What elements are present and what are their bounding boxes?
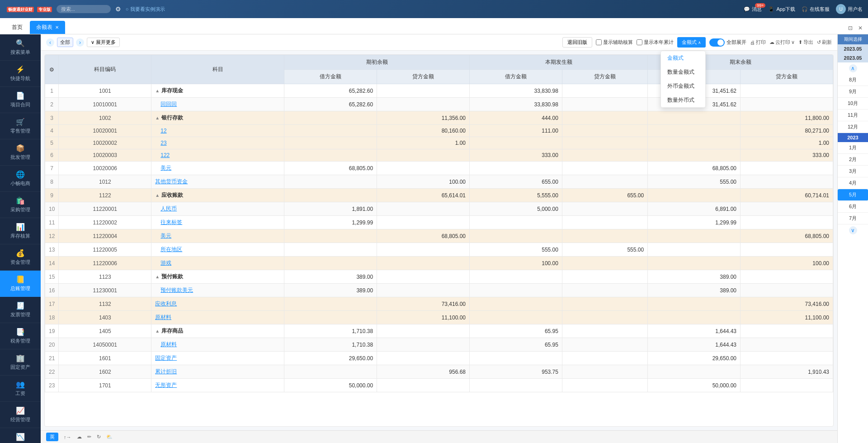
sidebar-item-assets[interactable]: 🏢 固定资产 [0,349,41,376]
tab-home[interactable]: 首页 [5,21,29,34]
app-download-button[interactable]: 📱 App下载 [768,6,795,13]
account-name-link[interactable]: 美元 [160,165,171,171]
account-name[interactable]: 应收利息 [151,297,284,311]
table-row[interactable]: 710020006美元68,805.0068,805.00 [45,162,833,175]
table-row[interactable]: 2014050001原材料1,710.3865.951,644.43 [45,338,833,352]
table-row[interactable]: 211601固定资产29,650.0029,650.00 [45,352,833,365]
table-row[interactable]: 31002▲ 银行存款11,356.00444.0011,800.00 [45,111,833,125]
status-chinese-btn[interactable]: 英 [46,433,58,441]
period-month-10[interactable]: 10月 [838,98,868,110]
table-row[interactable]: 191405▲ 库存商品1,710.3865.951,644.43 [45,324,833,338]
table-row[interactable]: 221602累计折旧956.68953.751,910.43 [45,365,833,379]
mode-option-foreign-amount[interactable]: 外币金额式 [661,79,705,93]
account-name-link[interactable]: 122 [160,152,170,158]
settings-icon[interactable]: ⚙ [115,5,121,13]
filter-forward-button[interactable]: › [76,38,84,47]
table-row[interactable]: 181403原材料11,100.0011,100.00 [45,311,833,324]
table-row[interactable]: 81012其他货币资金100.00655.00555.00 [45,175,833,189]
table-row[interactable]: 91122▲ 应收账款65,614.015,555.00655.0060,714… [45,189,833,202]
account-name-link[interactable]: 原材料 [155,314,171,320]
period-month-6[interactable]: 6月 [838,201,868,213]
sidebar-item-purchase[interactable]: 🛍️ 采购管理 [0,192,41,218]
sidebar-item-sales[interactable]: 📉 小畅报销 [0,428,41,443]
table-row[interactable]: 231701无形资产50,000.0050,000.00 [45,379,833,392]
messages-button[interactable]: 💬 消息 99+ [744,6,762,13]
account-name-link[interactable]: 往来标签 [160,219,182,225]
period-month-2[interactable]: 2月 [838,154,868,166]
period-month-5[interactable]: 5月 [838,189,868,201]
sidebar-item-invoice[interactable]: 🧾 发票管理 [0,297,41,323]
account-name-link[interactable]: 所在地区 [160,246,182,252]
mode-option-qty-amount[interactable]: 数量金额式 [661,65,705,79]
table-row[interactable]: 171132应收利息73,416.0073,416.00 [45,297,833,311]
account-name-link[interactable]: 回回回 [160,101,177,107]
mode-selector-button[interactable]: 金额式 ∧ [677,37,706,48]
period-month-4[interactable]: 4月 [838,177,868,189]
mode-option-amount[interactable]: 金额式 [661,51,705,65]
account-name[interactable]: 122 [151,149,284,162]
filter-back-button[interactable]: ‹ [46,38,54,47]
account-name-link[interactable]: 美元 [160,233,171,239]
account-name-link[interactable]: 无形资产 [155,382,177,388]
table-row[interactable]: 610020003122333.00333.00 [45,149,833,162]
period-month-11[interactable]: 11月 [838,110,868,121]
account-name[interactable]: 累计折旧 [151,365,284,379]
period-up-button[interactable]: ∧ [849,64,857,72]
account-name-link[interactable]: 人民币 [160,205,177,212]
sidebar-item-operation[interactable]: 📈 经营管理 [0,402,41,428]
account-name-link[interactable]: 累计折旧 [155,368,177,375]
account-name[interactable]: 原材料 [151,311,284,324]
sidebar-item-payroll[interactable]: 👥 工资 [0,376,41,402]
period-month-3[interactable]: 3月 [838,166,868,177]
mode-option-qty-foreign[interactable]: 数量外币式 [661,93,705,107]
expand-toggle[interactable] [709,38,725,47]
expand-more-button[interactable]: ∨ 展开更多 [87,38,120,47]
top-search-input[interactable] [57,5,111,13]
account-name-link[interactable]: 原材料 [160,341,177,348]
sidebar-item-ledger[interactable]: 📒 总账管理 [0,271,41,297]
period-month-7[interactable]: 7月 [838,213,868,224]
account-name-link[interactable]: 应收利息 [155,300,177,307]
show-auxiliary-checkbox[interactable]: 显示辅助核算 [596,39,633,46]
table-row[interactable]: 4100200011280,160.00111.0080,271.00 [45,125,833,137]
table-row[interactable]: 11001▲ 库存现金65,282.6033,830.9831,451.62 [45,84,833,98]
account-name-link[interactable]: 游戏 [160,260,171,266]
period-year-2023[interactable]: 2023 [838,133,868,142]
table-row[interactable]: 1211220004美元68,805.0068,805.00 [45,229,833,243]
sidebar-item-search[interactable]: 🔍 搜索菜单 [0,34,41,61]
period-month-8[interactable]: 8月 [838,74,868,86]
online-service-button[interactable]: 🎧 在线客服 [802,6,830,13]
tab-close-button[interactable]: ✕ [856,24,864,32]
account-name-link[interactable]: 固定资产 [155,355,177,361]
user-menu[interactable]: U 用户名 [836,4,863,14]
demo-link[interactable]: ○ 我要看实例演示 [126,6,165,13]
period-month-12[interactable]: 12月 [838,121,868,133]
sidebar-item-tax[interactable]: 📑 税务管理 [0,323,41,349]
sidebar-item-wholesale[interactable]: 📦 批发管理 [0,139,41,166]
refresh-button[interactable]: ↺ 刷新 [817,39,832,46]
tab-balance[interactable]: 余额表 ✕ [30,21,65,34]
table-row[interactable]: 210010001回回回65,282.6033,830.9831,451.62 [45,98,833,111]
account-name[interactable]: 23 [151,137,284,149]
account-name[interactable]: 其他货币资金 [151,175,284,189]
account-name[interactable]: 固定资产 [151,352,284,365]
table-row[interactable]: 1011220001人民币1,891.005,000.006,891.00 [45,202,833,216]
table-row[interactable]: 1611230001预付账款美元389.00389.00 [45,284,833,297]
table-row[interactable]: 1111220002往来标签1,299.991,299.99 [45,216,833,229]
account-name-link[interactable]: 23 [160,140,166,146]
account-name[interactable]: 预付账款美元 [151,284,284,297]
account-name[interactable]: 12 [151,125,284,137]
sidebar-item-nav[interactable]: ⚡ 快捷导航 [0,61,41,87]
account-name-link[interactable]: 12 [160,128,166,134]
period-down-button[interactable]: ∨ [849,226,857,234]
period-month-9[interactable]: 9月 [838,86,868,98]
print-button[interactable]: 🖨 打印 [750,39,766,46]
sidebar-item-inventory[interactable]: 📊 库存核算 [0,218,41,244]
account-name-link[interactable]: 预付账款美元 [160,287,193,293]
table-row[interactable]: 151123▲ 预付账款389.00389.00 [45,270,833,284]
sidebar-item-contract[interactable]: 📄 项目合同 [0,87,41,113]
cloud-print-button[interactable]: ☁ 云打印 ∨ [769,39,795,46]
table-row[interactable]: 1311220005所在地区555.00555.00 [45,243,833,257]
export-button[interactable]: ⬆ 导出 [798,39,813,46]
table-row[interactable]: 1411220006游戏100.00100.00 [45,257,833,270]
